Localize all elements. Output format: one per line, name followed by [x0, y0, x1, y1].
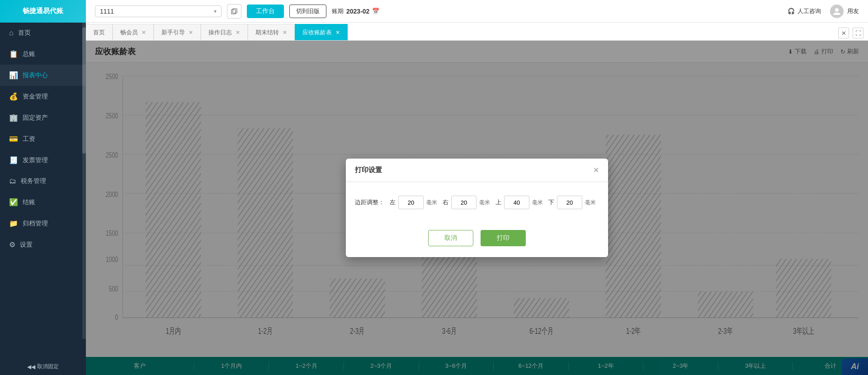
left-direction-label: 左 [390, 198, 396, 206]
tab-member[interactable]: 畅会员✕ [113, 24, 154, 40]
tab-close-member[interactable]: ✕ [142, 29, 146, 36]
top-margin-group: 上 毫米 [495, 196, 543, 209]
headset-icon: 🎧 [788, 8, 795, 14]
tab-period-end[interactable]: 期末结转✕ [248, 24, 295, 40]
sidebar-label-report: 报表中心 [23, 71, 48, 80]
top-margin-input[interactable] [504, 196, 529, 209]
workbench-button[interactable]: 工作台 [247, 5, 284, 18]
tab-label-aging: 应收账龄表 [302, 28, 332, 37]
bottom-unit-label: 毫米 [585, 199, 596, 206]
right-unit-label: 毫米 [479, 199, 490, 206]
sidebar-item-settings[interactable]: ⚙设置 [0, 234, 86, 255]
tab-aging[interactable]: 应收账龄表✕ [295, 24, 348, 40]
user-area[interactable]: 用友 [830, 5, 859, 18]
sidebar-item-home[interactable]: ⌂首页 [0, 23, 86, 43]
sidebar-item-archive[interactable]: 📁归档管理 [0, 213, 86, 234]
left-margin-input[interactable] [398, 196, 424, 209]
dialog-close-button[interactable]: ✕ [593, 166, 599, 174]
sidebar-icon-checkout: ✅ [9, 198, 18, 206]
dialog-title: 打印设置 [355, 166, 382, 174]
page-content: 应收账龄表 ⬇ 下载 🖨 打印 ↻ 刷新 [86, 41, 868, 375]
margin-settings: 边距调整： 左 毫米 右 毫米 [355, 196, 599, 209]
cancel-button[interactable]: 取消 [428, 230, 473, 246]
tab-close-aging[interactable]: ✕ [335, 29, 340, 36]
content-area: 首页畅会员✕新手引导✕操作日志✕期末结转✕应收账龄表✕ ✕ ⛶ 应收账龄表 ⬇ … [86, 23, 868, 375]
logo-area: 畅捷通易代账 [0, 0, 86, 23]
sidebar-item-salary[interactable]: 💳工资 [0, 128, 86, 150]
bottom-margin-group: 下 毫米 [548, 196, 596, 209]
tab-close-all-button[interactable]: ✕ [838, 28, 849, 38]
main-layout: ⌂首页📋总账📊报表中心💰资金管理🏢固定资产💳工资🧾发票管理🗂税务管理✅结账📁归档… [0, 23, 868, 375]
sidebar-item-invoice[interactable]: 🧾发票管理 [0, 150, 86, 171]
sidebar-label-salary: 工资 [23, 135, 35, 143]
sidebar-label-checkout: 结账 [23, 198, 35, 206]
sidebar-item-fixed-asset[interactable]: 🏢固定资产 [0, 107, 86, 128]
tab-oplog[interactable]: 操作日志✕ [201, 24, 248, 40]
left-unit-label: 毫米 [426, 199, 437, 206]
sidebar-icon-invoice: 🧾 [9, 156, 18, 164]
tab-home[interactable]: 首页 [86, 24, 113, 40]
print-settings-dialog: 打印设置 ✕ 边距调整： 左 毫米 右 [346, 159, 608, 257]
scroll-indicator [82, 23, 86, 339]
confirm-print-button[interactable]: 打印 [481, 230, 526, 246]
tab-close-period-end[interactable]: ✕ [283, 29, 287, 36]
tab-label-period-end: 期末结转 [255, 28, 279, 37]
sidebar-icon-settings: ⚙ [9, 240, 15, 249]
sidebar-icon-fund: 💰 [9, 92, 18, 101]
top-unit-label: 毫米 [532, 199, 543, 206]
user-name: 用友 [847, 7, 859, 15]
calendar-icon[interactable]: 📅 [372, 8, 379, 14]
sidebar-item-tax[interactable]: 🗂税务管理 [0, 171, 86, 192]
dialog-header: 打印设置 ✕ [346, 159, 608, 182]
tab-label-guide: 新手引导 [161, 28, 185, 37]
switch-old-button[interactable]: 切到旧版 [289, 5, 326, 18]
copy-icon-button[interactable] [227, 4, 241, 19]
sidebar-icon-tax: 🗂 [9, 177, 16, 185]
pin-icon: ◀◀ [27, 364, 35, 370]
company-name: 1111 [100, 8, 210, 15]
sidebar-scroll-area: ⌂首页📋总账📊报表中心💰资金管理🏢固定资产💳工资🧾发票管理🗂税务管理✅结账📁归档… [0, 23, 86, 358]
overlay: 打印设置 ✕ 边距调整： 左 毫米 右 [86, 41, 868, 375]
sidebar-label-invoice: 发票管理 [23, 156, 48, 164]
sidebar: ⌂首页📋总账📊报表中心💰资金管理🏢固定资产💳工资🧾发票管理🗂税务管理✅结账📁归档… [0, 23, 86, 375]
bottom-direction-label: 下 [548, 198, 554, 206]
tab-close-guide[interactable]: ✕ [189, 29, 193, 36]
period-label: 账期 [332, 7, 344, 15]
top-direction-label: 上 [495, 198, 501, 206]
avatar [830, 5, 844, 18]
margin-label: 边距调整： [355, 198, 384, 206]
sidebar-item-ledger[interactable]: 📋总账 [0, 43, 86, 65]
tab-label-home: 首页 [93, 28, 105, 37]
bottom-margin-input[interactable] [557, 196, 582, 209]
sidebar-icon-fixed-asset: 🏢 [9, 113, 18, 122]
sidebar-label-settings: 设置 [20, 241, 33, 249]
header-right: 🎧 人工咨询 用友 [788, 5, 859, 18]
chevron-down-icon: ▾ [214, 8, 217, 14]
company-selector[interactable]: 1111 ▾ [95, 5, 222, 17]
tab-close-oplog[interactable]: ✕ [236, 29, 240, 36]
dialog-body: 边距调整： 左 毫米 右 毫米 [346, 182, 608, 223]
right-margin-input[interactable] [451, 196, 476, 209]
tab-label-oplog: 操作日志 [208, 28, 232, 37]
consult-label: 人工咨询 [797, 7, 821, 15]
sidebar-icon-salary: 💳 [9, 135, 18, 143]
sidebar-item-checkout[interactable]: ✅结账 [0, 192, 86, 213]
sidebar-label-fund: 资金管理 [23, 93, 48, 101]
tab-bar-actions: ✕ ⛶ [838, 28, 868, 40]
cancel-pin-button[interactable]: ◀◀ 取消固定 [0, 358, 86, 375]
sidebar-label-archive: 归档管理 [23, 220, 48, 228]
period-area: 账期 2023-02 📅 [332, 7, 379, 15]
right-margin-group: 右 毫米 [443, 196, 490, 209]
cancel-pin-label: 取消固定 [37, 363, 59, 370]
sidebar-label-fixed-asset: 固定资产 [23, 114, 48, 122]
consult-button[interactable]: 🎧 人工咨询 [788, 7, 821, 15]
tab-bar: 首页畅会员✕新手引导✕操作日志✕期末结转✕应收账龄表✕ ✕ ⛶ [86, 23, 868, 41]
tab-fullscreen-button[interactable]: ⛶ [853, 28, 863, 38]
tab-guide[interactable]: 新手引导✕ [154, 24, 201, 40]
sidebar-item-report[interactable]: 📊报表中心 [0, 65, 86, 86]
sidebar-label-tax: 税务管理 [21, 177, 46, 185]
sidebar-item-fund[interactable]: 💰资金管理 [0, 86, 86, 107]
period-value: 2023-02 [346, 8, 369, 15]
logo-text: 畅捷通易代账 [23, 7, 63, 15]
sidebar-icon-ledger: 📋 [9, 50, 18, 58]
